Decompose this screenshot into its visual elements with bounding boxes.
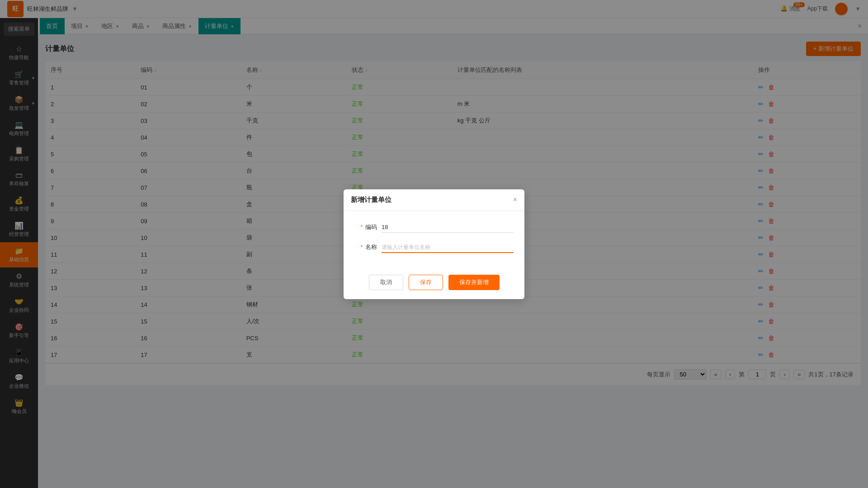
modal-overlay: 新增计量单位 × * 编码 * 名称 取消 保存 保存并新增 — [0, 0, 868, 488]
name-required-mark: * — [360, 244, 363, 250]
name-form-row: * 名称 — [354, 242, 514, 253]
save-button[interactable]: 保存 — [409, 275, 443, 290]
code-label: * 编码 — [354, 223, 377, 231]
cancel-button[interactable]: 取消 — [369, 275, 403, 290]
add-measure-unit-modal: 新增计量单位 × * 编码 * 名称 取消 保存 保存并新增 — [344, 189, 524, 299]
modal-close-button[interactable]: × — [513, 196, 517, 204]
name-label: * 名称 — [354, 243, 377, 251]
modal-title: 新增计量单位 — [351, 196, 392, 204]
save-and-new-button[interactable]: 保存并新增 — [448, 275, 500, 290]
modal-body: * 编码 * 名称 — [344, 211, 524, 269]
code-required-mark: * — [360, 224, 363, 230]
code-input[interactable] — [382, 222, 514, 233]
name-input[interactable] — [382, 242, 514, 253]
modal-footer: 取消 保存 保存并新增 — [344, 269, 524, 299]
code-form-row: * 编码 — [354, 222, 514, 233]
modal-header: 新增计量单位 × — [344, 189, 524, 211]
